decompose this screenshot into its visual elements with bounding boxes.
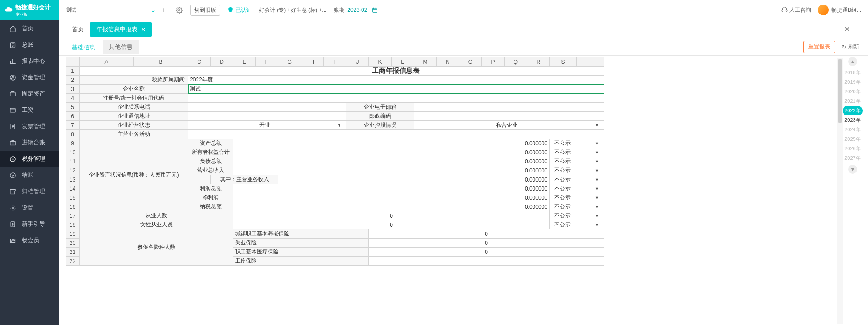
row-header[interactable]: 3	[66, 85, 80, 94]
year-2019年[interactable]: 2019年	[843, 77, 862, 87]
dropdown-cell[interactable]: 不公示▼	[550, 211, 604, 220]
chevron-down-icon[interactable]: ▼	[595, 159, 599, 164]
year-2021年[interactable]: 2021年	[843, 96, 862, 106]
row-header[interactable]: 9	[66, 139, 80, 148]
chevron-down-icon[interactable]: ▼	[595, 186, 599, 191]
cell[interactable]: 0	[369, 248, 604, 257]
refresh-button[interactable]: ↻ 刷新	[842, 43, 859, 51]
sidebar-item-salary[interactable]: 工资	[0, 102, 59, 118]
row-header[interactable]: 10	[66, 148, 80, 157]
row-header[interactable]: 2	[66, 76, 80, 85]
year-2018年[interactable]: 2018年	[843, 68, 862, 77]
cell[interactable]: 企业联系电话	[80, 103, 188, 112]
column-header[interactable]: R	[527, 57, 550, 67]
cell[interactable]: 0	[233, 211, 550, 220]
cell[interactable]: 邮政编码	[346, 112, 414, 121]
cell[interactable]: 工伤保险	[233, 257, 369, 266]
tab-home[interactable]: 首页	[66, 22, 90, 37]
cell[interactable]: 0	[369, 239, 604, 248]
company-name-cell[interactable]: 测试	[188, 85, 604, 94]
cell[interactable]	[80, 67, 188, 76]
chevron-down-icon[interactable]: ▼	[595, 168, 599, 173]
cell[interactable]	[414, 112, 604, 121]
row-header[interactable]: 7	[66, 121, 80, 130]
sidebar-item-report[interactable]: 报表中心	[0, 53, 59, 69]
company-selector[interactable]: 测试 ⌄	[66, 4, 156, 16]
cell[interactable]: 0.000000	[233, 184, 550, 193]
sidebar-item-tax[interactable]: 税务管理	[0, 151, 59, 167]
sidebar-item-home[interactable]: 首页	[0, 20, 59, 37]
cell[interactable]: 0	[369, 229, 604, 239]
sidebar-item-fund[interactable]: 资金管理	[0, 69, 59, 86]
column-header[interactable]: I	[324, 57, 346, 67]
cell[interactable]	[188, 175, 211, 184]
close-icon[interactable]: ✕	[141, 26, 146, 33]
sidebar-item-ledger[interactable]: 总账	[0, 37, 59, 53]
sidebar-item-close[interactable]: 结账	[0, 167, 59, 183]
dropdown-cell[interactable]: 不公示▼	[550, 139, 604, 148]
dropdown-cell[interactable]: 不公示▼	[550, 166, 604, 175]
cell[interactable]: 0.000000	[233, 139, 550, 148]
row-header[interactable]: 5	[66, 103, 80, 112]
cell[interactable]: 0.000000	[233, 157, 550, 166]
user-menu[interactable]: 畅捷通B组...	[818, 5, 861, 15]
year-2020年[interactable]: 2020年	[843, 87, 862, 96]
cell[interactable]: 0.000000	[233, 166, 550, 175]
cell[interactable]	[188, 112, 346, 121]
dropdown-cell[interactable]: 不公示▼	[550, 184, 604, 193]
row-header[interactable]: 20	[66, 239, 80, 248]
column-header[interactable]: L	[392, 57, 414, 67]
dropdown-cell[interactable]: 开业▼	[188, 121, 346, 130]
cell[interactable]: 营业总收入	[188, 166, 233, 175]
row-header[interactable]: 22	[66, 257, 80, 266]
cell[interactable]: 企业资产状况信息(币种：人民币万元)	[80, 139, 188, 211]
cell[interactable]: 参保各险种人数	[80, 229, 233, 266]
cell[interactable]: 所有者权益合计	[188, 148, 233, 157]
column-header[interactable]: N	[437, 57, 459, 67]
sidebar-item-inventory[interactable]: 进销台账	[0, 134, 59, 151]
column-header[interactable]: Q	[505, 57, 527, 67]
sidebar-item-invoice[interactable]: 发票管理	[0, 118, 59, 134]
cell[interactable]: 0.000000	[278, 175, 550, 184]
cell[interactable]: 企业经营状态	[80, 121, 188, 130]
chevron-down-icon[interactable]: ▼	[595, 150, 599, 155]
year-down-icon[interactable]: ▼	[848, 165, 857, 174]
dropdown-cell[interactable]: 不公示▼	[550, 157, 604, 166]
column-header[interactable]: A	[80, 57, 134, 67]
cell[interactable]: 职工基本医疗保险	[233, 248, 369, 257]
year-2023年[interactable]: 2023年	[843, 115, 862, 125]
column-header[interactable]: O	[459, 57, 482, 67]
cell[interactable]: 企业电子邮箱	[346, 103, 414, 112]
gear-icon[interactable]	[173, 4, 185, 16]
cell[interactable]: 企业控股情况	[346, 121, 414, 130]
row-header[interactable]: 14	[66, 184, 80, 193]
cell[interactable]	[188, 94, 604, 103]
column-header[interactable]: K	[369, 57, 392, 67]
fullscreen-icon[interactable]: ⛶	[855, 25, 863, 33]
cell[interactable]: 净利润	[188, 193, 233, 202]
row-header[interactable]: 6	[66, 112, 80, 121]
close-all-icon[interactable]: ✕	[844, 25, 850, 33]
calendar-icon[interactable]	[368, 4, 381, 16]
cell[interactable]: 税款所属期间:	[80, 76, 188, 85]
subtab-basic[interactable]: 基础信息	[66, 40, 102, 54]
column-header[interactable]: P	[482, 57, 505, 67]
chevron-down-icon[interactable]: ▼	[595, 123, 599, 128]
cell[interactable]: 0.000000	[233, 148, 550, 157]
tab-annual-report[interactable]: 年报信息申报表 ✕	[90, 22, 152, 37]
chevron-down-icon[interactable]: ▼	[595, 214, 599, 218]
chevron-down-icon[interactable]: ▼	[595, 177, 599, 182]
cell[interactable]: 其中：主营业务收入	[211, 175, 278, 184]
row-header[interactable]: 18	[66, 220, 80, 229]
cell[interactable]: 0.000000	[233, 202, 550, 211]
sidebar-item-asset[interactable]: 固定资产	[0, 86, 59, 102]
cell[interactable]	[188, 130, 604, 139]
cell[interactable]: 城镇职工基本养老保险	[233, 229, 369, 239]
dropdown-cell[interactable]: 不公示▼	[550, 148, 604, 157]
cell[interactable]	[369, 257, 604, 266]
sidebar-item-settings[interactable]: 设置	[0, 200, 59, 216]
row-header[interactable]: 4	[66, 94, 80, 103]
cell[interactable]: 从业人数	[80, 211, 233, 220]
column-header[interactable]: B	[134, 57, 188, 67]
add-icon[interactable]: ＋	[157, 4, 170, 16]
